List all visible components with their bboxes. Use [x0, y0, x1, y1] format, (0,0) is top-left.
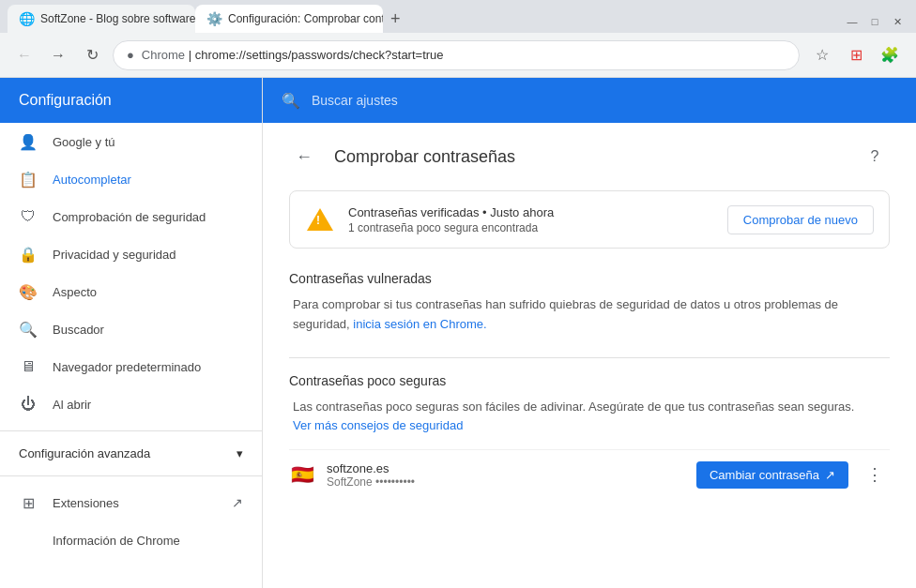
vulnerable-section-title: Contraseñas vulneradas — [289, 271, 890, 286]
sidebar-item-security[interactable]: 🛡 Comprobación de seguridad — [0, 198, 262, 235]
sidebar-advanced-section[interactable]: Configuración avanzada ▾ — [0, 439, 262, 468]
sidebar-item-appearance[interactable]: 🎨 Aspecto — [0, 273, 262, 310]
sidebar-item-extensions[interactable]: ⊞ Extensiones ↗ — [0, 484, 262, 521]
lock-sidebar-icon: 🔒 — [19, 246, 38, 264]
status-sub-text: 1 contraseña poco segura encontrada — [348, 221, 554, 234]
page-header-left: ← Comprobar contraseñas — [289, 142, 515, 172]
page-header: ← Comprobar contraseñas ? — [289, 142, 890, 172]
address-separator: | — [189, 48, 195, 62]
triangle-shape — [307, 208, 333, 231]
search-sidebar-icon: 🔍 — [19, 321, 38, 339]
warning-triangle-icon — [305, 204, 335, 234]
site-user: SoftZone •••••••••• — [327, 475, 685, 489]
forward-button[interactable]: → — [45, 42, 71, 68]
bookmark-button[interactable]: ☆ — [807, 40, 837, 70]
person-icon: 👤 — [19, 133, 38, 151]
window-controls: — □ ✕ — [841, 14, 908, 29]
status-verified-label: Contraseñas verificadas — [348, 205, 479, 219]
sidebar-item-autocomplete[interactable]: 📋 Autocompletar — [0, 160, 262, 198]
sidebar-item-google[interactable]: 👤 Google y tú — [0, 123, 262, 160]
new-tab-button[interactable]: + — [383, 9, 408, 29]
sidebar-title: Configuración — [19, 92, 112, 109]
shield-icon: 🛡 — [19, 208, 38, 225]
status-card: Contraseñas verificadas • Justo ahora 1 … — [289, 190, 890, 249]
vulnerable-section: Contraseñas vulneradas Para comprobar si… — [289, 271, 890, 335]
password-row: 🇪🇸 softzone.es SoftZone •••••••••• Cambi… — [289, 449, 890, 499]
power-icon: ⏻ — [19, 396, 38, 413]
maximize-button[interactable]: □ — [863, 14, 886, 29]
site-name: softzone.es — [327, 461, 685, 475]
weak-section: Contraseñas poco seguras Las contraseñas… — [289, 357, 890, 500]
sidebar-label-autocomplete: Autocompletar — [53, 173, 131, 187]
back-button[interactable]: ← — [11, 42, 38, 68]
sidebar-item-browser[interactable]: 🖥 Navegador predeterminado — [0, 348, 262, 385]
vulnerable-section-body: Para comprobar si tus contraseñas han su… — [289, 295, 890, 335]
search-settings-input[interactable] — [312, 93, 897, 108]
tab-softzone[interactable]: 🌐 SoftZone - Blog sobre software, ✕ — [8, 5, 195, 33]
sidebar-label-appearance: Aspecto — [53, 285, 97, 299]
sidebar-item-search[interactable]: 🔍 Buscador — [0, 310, 262, 348]
microsoft-button[interactable]: ⊞ — [841, 40, 871, 70]
tab-settings[interactable]: ⚙️ Configuración: Comprobar cont... ✕ — [195, 5, 383, 33]
clipboard-icon: 📋 — [19, 171, 38, 188]
reload-button[interactable]: ↻ — [79, 42, 105, 68]
address-text: Chrome | chrome://settings/passwords/che… — [142, 48, 786, 62]
section-separator — [289, 357, 890, 358]
palette-icon: 🎨 — [19, 283, 38, 301]
main-layout: Configuración 👤 Google y tú 📋 Autocomple… — [0, 78, 916, 588]
security-tips-link[interactable]: Ver más consejos de seguridad — [293, 418, 463, 432]
sidebar-label-search: Buscador — [53, 323, 104, 337]
change-password-button[interactable]: Cambiar contraseña ↗ — [696, 461, 848, 489]
sidebar-label-startup: Al abrir — [53, 398, 91, 412]
status-time: Justo ahora — [490, 205, 554, 219]
sidebar-item-startup[interactable]: ⏻ Al abrir — [0, 385, 262, 423]
sidebar-divider-2 — [0, 475, 262, 476]
status-main-text: Contraseñas verificadas • Justo ahora — [348, 205, 554, 219]
signin-chrome-link[interactable]: inicia sesión en Chrome. — [353, 317, 486, 331]
advanced-label: Configuración avanzada — [19, 446, 150, 460]
tab-softzone-label: SoftZone - Blog sobre software, — [40, 12, 195, 25]
sidebar-divider — [0, 430, 262, 431]
address-bar: ← → ↻ ● Chrome | chrome://settings/passw… — [0, 33, 916, 78]
title-bar: 🌐 SoftZone - Blog sobre software, ✕ ⚙️ C… — [0, 0, 916, 33]
search-content-icon: 🔍 — [282, 92, 300, 110]
url-text: chrome://settings/passwords/check?start=… — [195, 48, 444, 62]
status-card-left: Contraseñas verificadas • Justo ahora 1 … — [305, 204, 554, 234]
sidebar-item-privacy[interactable]: 🔒 Privacidad y seguridad — [0, 235, 262, 273]
change-pwd-label: Cambiar contraseña — [710, 468, 819, 482]
tab-softzone-icon: 🌐 — [19, 11, 35, 26]
more-dots-icon: ⋮ — [866, 464, 883, 485]
sidebar-label-security: Comprobación de seguridad — [53, 210, 206, 224]
recheck-button[interactable]: Comprobar de nuevo — [727, 205, 874, 234]
more-options-button[interactable]: ⋮ — [860, 460, 890, 490]
sidebar-label-privacy: Privacidad y seguridad — [53, 248, 176, 262]
page-back-button[interactable]: ← — [289, 142, 319, 172]
sidebar-item-chrome-info[interactable]: Información de Chrome — [0, 521, 262, 559]
flag-icon: 🇪🇸 — [291, 463, 314, 486]
content-area: 🔍 ← Comprobar contraseñas ? — [263, 78, 916, 588]
extensions-label-wrapper: ⊞ Extensiones — [19, 494, 119, 512]
content-body: ← Comprobar contraseñas ? Contraseñas ve… — [263, 123, 916, 518]
sidebar-label-google: Google y tú — [53, 135, 115, 149]
toolbar-icons: ☆ ⊞ 🧩 — [807, 40, 905, 70]
status-text-wrapper: Contraseñas verificadas • Justo ahora 1 … — [348, 205, 554, 234]
tab-settings-label: Configuración: Comprobar cont... — [228, 12, 383, 25]
sidebar: Configuración 👤 Google y tú 📋 Autocomple… — [0, 78, 263, 588]
sidebar-label-browser: Navegador predeterminado — [53, 360, 201, 374]
monitor-icon: 🖥 — [19, 358, 38, 375]
chrome-info-label: Información de Chrome — [19, 534, 180, 548]
site-favicon: 🇪🇸 — [289, 461, 315, 488]
content-search-bar: 🔍 — [263, 78, 916, 123]
minimize-button[interactable]: — — [841, 14, 863, 29]
close-button[interactable]: ✕ — [886, 14, 908, 29]
extensions-button[interactable]: 🧩 — [875, 40, 905, 70]
weak-section-body: Las contraseñas poco seguras son fáciles… — [289, 398, 890, 437]
help-button[interactable]: ? — [860, 142, 890, 172]
password-dots: •••••••••• — [375, 475, 415, 489]
site-info: softzone.es SoftZone •••••••••• — [327, 461, 685, 489]
lock-icon: ● — [127, 48, 134, 62]
address-field[interactable]: ● Chrome | chrome://settings/passwords/c… — [113, 40, 800, 70]
tab-settings-icon: ⚙️ — [206, 11, 222, 26]
weak-body-text: Las contraseñas poco seguras son fáciles… — [293, 400, 854, 414]
extensions-label: Extensiones — [53, 496, 119, 510]
